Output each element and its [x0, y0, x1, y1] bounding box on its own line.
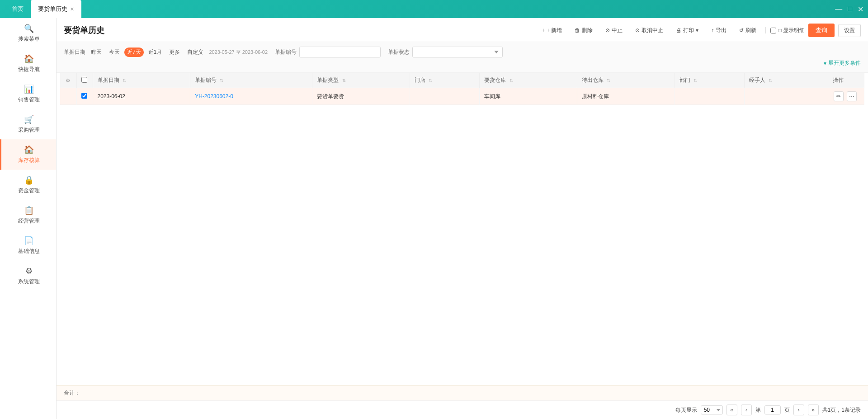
row-settings	[60, 88, 76, 105]
tab-home[interactable]: 首页	[5, 0, 31, 18]
cancel-stop-label: 取消中止	[642, 27, 663, 34]
sort-icon-dept: ⇅	[693, 78, 697, 83]
refresh-icon: ↺	[739, 27, 744, 33]
shortcut-more[interactable]: 更多	[166, 48, 183, 57]
sidebar-label-search-menu: 搜索菜单	[18, 35, 40, 43]
top-bar-right: — □ ✕	[835, 5, 863, 14]
cancel-stop-icon: ⊘	[635, 27, 640, 33]
new-label: + 新增	[547, 27, 562, 34]
sidebar-label-inventory: 库存核算	[18, 157, 40, 164]
expand-label: 展开更多条件	[828, 59, 861, 67]
export-icon: ↑	[711, 27, 714, 33]
inventory-icon: 🏠	[24, 145, 34, 155]
close-window-icon[interactable]: ✕	[858, 5, 863, 14]
col-req-warehouse[interactable]: 要货仓库 ⇅	[480, 73, 577, 88]
settings-button[interactable]: 设置	[838, 24, 861, 37]
print-label: 打印	[683, 27, 694, 34]
sidebar-item-ops-mgmt[interactable]: 📋 经营管理	[0, 200, 56, 230]
quick-nav-icon: 🏠	[24, 54, 34, 64]
filter-row-1: 单据日期 昨天 今天 近7天 近1月 更多 自定义 2023-05-27 至 2…	[64, 47, 861, 57]
row-more-icon[interactable]: ⋯	[847, 91, 857, 101]
first-page-button[interactable]: «	[726, 405, 737, 415]
sidebar-item-sales-mgmt[interactable]: 📊 销售管理	[0, 79, 56, 109]
refresh-label: 刷新	[745, 27, 756, 34]
doc-no-link[interactable]: YH-20230602-0	[195, 93, 233, 100]
main-layout: 🔍 搜索菜单 🏠 快捷导航 📊 销售管理 🛒 采购管理 🏠 库存核算 🔒 资金管…	[0, 18, 868, 419]
refresh-button[interactable]: ↺ 刷新	[735, 24, 761, 37]
ops-icon: 📋	[24, 205, 34, 215]
query-button[interactable]: 查询	[808, 24, 835, 37]
sidebar-label-purchase: 采购管理	[18, 126, 40, 134]
row-edit-icon[interactable]: ✏	[834, 91, 844, 101]
last-page-button[interactable]: »	[808, 405, 819, 415]
shortcut-yesterday[interactable]: 昨天	[88, 48, 104, 57]
sidebar-item-system-mgmt[interactable]: ⚙ 系统管理	[0, 261, 56, 291]
col-store[interactable]: 门店 ⇅	[410, 73, 480, 88]
table-container: ⚙ 单据日期 ⇅ 单据编号 ⇅ 单据类型	[57, 73, 868, 385]
docno-input[interactable]	[299, 47, 381, 57]
display-cell-toggle[interactable]: □ 显示明细	[770, 27, 805, 34]
col-doc-no[interactable]: 单据编号 ⇅	[190, 73, 312, 88]
shortcut-custom[interactable]: 自定义	[184, 48, 206, 57]
select-all-checkbox[interactable]	[81, 77, 87, 83]
date-filter-group: 单据日期 昨天 今天 近7天 近1月 更多 自定义 2023-05-27 至 2…	[64, 48, 268, 57]
row-doc-date: 2023-06-02	[93, 88, 190, 105]
sort-icon-pending-wh: ⇅	[607, 78, 610, 83]
status-label: 单据状态	[388, 48, 410, 56]
docno-label: 单据编号	[275, 48, 297, 56]
col-handler[interactable]: 经手人 ⇅	[744, 73, 828, 88]
shortcut-7days[interactable]: 近7天	[124, 48, 144, 57]
tab-requisition-history[interactable]: 要货单历史 ✕	[31, 0, 81, 18]
delete-button[interactable]: 🗑 删除	[570, 24, 597, 37]
page-header: 要货单历史 + + 新增 🗑 删除 ⊘ 中止 ⊘ 取消中止	[57, 18, 868, 41]
sort-icon-doc-type: ⇅	[342, 78, 346, 83]
shortcut-today[interactable]: 今天	[106, 48, 123, 57]
expand-button[interactable]: ▾ 展开更多条件	[824, 59, 861, 67]
date-range-display: 2023-05-27 至 2023-06-02	[209, 49, 268, 56]
maximize-icon[interactable]: □	[848, 5, 852, 13]
sidebar-item-search-menu[interactable]: 🔍 搜索菜单	[0, 18, 56, 48]
col-dept[interactable]: 部门 ⇅	[675, 73, 744, 88]
page-size-select[interactable]: 20 50 100 200	[701, 405, 723, 414]
sidebar: 🔍 搜索菜单 🏠 快捷导航 📊 销售管理 🛒 采购管理 🏠 库存核算 🔒 资金管…	[0, 18, 57, 419]
col-settings[interactable]: ⚙	[60, 73, 76, 88]
table-header-row: ⚙ 单据日期 ⇅ 单据编号 ⇅ 单据类型	[60, 73, 864, 88]
sidebar-item-fund-mgmt[interactable]: 🔒 资金管理	[0, 170, 56, 200]
new-button[interactable]: + + 新增	[537, 24, 566, 37]
col-pending-warehouse[interactable]: 待出仓库 ⇅	[577, 73, 675, 88]
tab-requisition-label: 要货单历史	[38, 5, 67, 13]
footer-summary: 合计：	[57, 385, 868, 400]
prev-page-button[interactable]: ‹	[741, 405, 752, 415]
page-suffix: 页	[784, 406, 790, 414]
stop-button[interactable]: ⊘ 中止	[601, 24, 627, 37]
sidebar-item-quick-nav[interactable]: 🏠 快捷导航	[0, 48, 56, 79]
sidebar-item-purchase-mgmt[interactable]: 🛒 采购管理	[0, 109, 56, 139]
print-button[interactable]: 🖨 打印 ▾	[671, 24, 703, 37]
sort-icon-doc-date: ⇅	[123, 78, 126, 83]
page-number-input[interactable]	[764, 405, 781, 414]
cancel-stop-button[interactable]: ⊘ 取消中止	[631, 24, 668, 37]
status-select[interactable]	[412, 47, 503, 57]
export-button[interactable]: ↑ 导出	[707, 24, 731, 37]
export-label: 导出	[716, 27, 726, 34]
next-page-button[interactable]: ›	[793, 405, 804, 415]
row-doc-type: 要货单要货	[312, 88, 410, 105]
minimize-icon[interactable]: —	[835, 5, 842, 13]
sidebar-label-basic-info: 基础信息	[18, 248, 40, 255]
sidebar-label-ops: 经营管理	[18, 217, 40, 225]
search-menu-icon: 🔍	[24, 24, 34, 33]
tab-close-icon[interactable]: ✕	[70, 6, 74, 12]
expand-chevron-icon: ▾	[824, 60, 826, 67]
col-doc-date[interactable]: 单据日期 ⇅	[93, 73, 190, 88]
display-cell-checkbox[interactable]	[770, 28, 776, 33]
stop-icon: ⊘	[605, 27, 610, 33]
row-select-checkbox[interactable]	[81, 93, 87, 99]
shortcut-1month[interactable]: 近1月	[146, 48, 165, 57]
sidebar-item-inventory-calc[interactable]: 🏠 库存核算	[0, 139, 56, 170]
table-row: 2023-06-02 YH-20230602-0 要货单要货 车间库 原材料仓库…	[60, 88, 864, 105]
sidebar-item-basic-info[interactable]: 📄 基础信息	[0, 230, 56, 261]
date-filter-label: 单据日期	[64, 48, 85, 56]
row-pending-warehouse: 原材料仓库	[577, 88, 675, 105]
col-doc-type[interactable]: 单据类型 ⇅	[312, 73, 410, 88]
top-bar: 首页 要货单历史 ✕ — □ ✕	[0, 0, 868, 18]
